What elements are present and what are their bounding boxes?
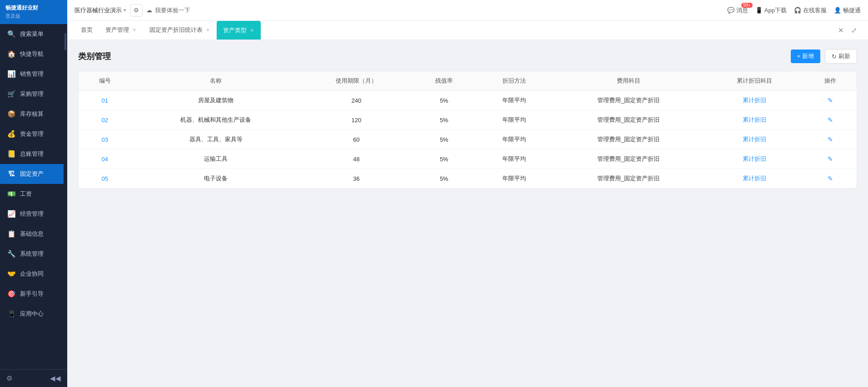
sidebar-icon-0: 🔍 — [7, 30, 15, 38]
customer-service-button[interactable]: 🎧 在线客服 — [794, 6, 827, 15]
th-6: 累计折旧科目 — [705, 71, 804, 91]
table-row: 01房屋及建筑物2405%年限平均管理费用_固定资产折旧累计折旧✎ — [79, 91, 857, 110]
sidebar-label-12: 企业协同 — [20, 270, 44, 278]
sidebar-icon-3: 🛒 — [7, 90, 15, 98]
cell-accumulated-3: 累计折旧 — [705, 149, 804, 169]
table-header-row: 编号名称使用期限（月）残值率折旧方法费用科目累计折旧科目操作 — [79, 71, 857, 91]
refresh-button[interactable]: ↻ 刷新 — [825, 49, 857, 64]
sidebar-item-固定资产[interactable]: 🏗 固定资产 — [0, 164, 64, 184]
sidebar-item-工资[interactable]: 💵 工资 — [0, 184, 64, 204]
experience-label: 我要体验一下 — [155, 6, 190, 15]
new-button[interactable]: + 新增 — [791, 50, 820, 63]
page-header: 类别管理 + 新增 ↻ 刷新 — [78, 49, 857, 64]
th-7: 操作 — [804, 71, 857, 91]
sidebar-item-新手引导[interactable]: 🎯 新手引导 — [0, 284, 64, 304]
sidebar-item-库存核算[interactable]: 📦 库存核算 — [0, 104, 64, 124]
sidebar-label-6: 总账管理 — [20, 150, 44, 158]
tab-0[interactable]: 首页 — [74, 21, 99, 40]
th-4: 折旧方法 — [476, 71, 552, 91]
th-2: 使用期限（月） — [301, 71, 412, 91]
cell-method-4: 年限平均 — [476, 169, 552, 189]
app-download-button[interactable]: 📱 App下载 — [755, 6, 787, 15]
table-row: 02机器、机械和其他生产设备1205%年限平均管理费用_固定资产折旧累计折旧✎ — [79, 110, 857, 130]
sidebar-icon-6: 📒 — [7, 150, 15, 158]
cell-period-0: 240 — [301, 91, 412, 110]
cell-expense-0: 管理费用_固定资产折旧 — [552, 91, 705, 110]
sidebar-item-经营管理[interactable]: 📈 经营管理 — [0, 204, 64, 224]
cell-edit-1[interactable]: ✎ — [804, 110, 857, 130]
cell-code-4: 05 — [79, 169, 131, 189]
user-profile-button[interactable]: 👤 畅捷通 — [834, 6, 861, 15]
tab-close-2[interactable]: × — [205, 26, 210, 34]
cell-period-3: 48 — [301, 149, 412, 169]
cell-accumulated-1: 累计折旧 — [705, 110, 804, 130]
sidebar-icon-14: 📱 — [7, 310, 15, 318]
sidebar-item-基础信息[interactable]: 📋 基础信息 — [0, 224, 64, 244]
tab-3[interactable]: 资产类型× — [217, 21, 261, 40]
topbar-left: 医疗器械行业演示 ▾ ⚙ ☁ 我要体验一下 — [74, 4, 722, 17]
sidebar-icon-12: 🤝 — [7, 270, 15, 278]
messages-badge: 99+ — [741, 3, 753, 8]
cell-code-3: 04 — [79, 149, 131, 169]
cell-name-4: 电子设备 — [131, 169, 301, 189]
sidebar-item-应用中心[interactable]: 📱 应用中心 — [0, 304, 64, 324]
collapse-icon[interactable]: ◀◀ — [50, 374, 61, 382]
tab-close-3[interactable]: × — [249, 27, 254, 34]
content-area: 类别管理 + 新增 ↻ 刷新 编号名称使用期限（月）残值率折旧方法费用科目累计折… — [67, 40, 868, 387]
app-selector-label: 医疗器械行业演示 — [74, 6, 122, 15]
tab-label-1: 资产管理 — [105, 26, 129, 34]
sidebar-icon-8: 💵 — [7, 190, 15, 198]
tab-label-2: 固定资产折旧统计表 — [149, 26, 203, 34]
tabbar: 首页资产管理×固定资产折旧统计表×资产类型× ✕ ⤢ — [67, 21, 868, 40]
download-icon: 📱 — [755, 7, 763, 14]
experience-button[interactable]: ☁ 我要体验一下 — [146, 6, 190, 15]
sidebar-label-5: 资金管理 — [20, 130, 44, 138]
cell-edit-3[interactable]: ✎ — [804, 149, 857, 169]
sidebar: 畅捷通好业财 普及版 🔍 搜索菜单 🏠 快捷导航 📊 销售管理 🛒 采购管理 📦… — [0, 0, 67, 387]
sidebar-label-7: 固定资产 — [20, 170, 44, 178]
app-selector[interactable]: 医疗器械行业演示 ▾ — [74, 6, 126, 15]
cell-edit-2[interactable]: ✎ — [804, 130, 857, 149]
th-1: 名称 — [131, 71, 301, 91]
cell-method-0: 年限平均 — [476, 91, 552, 110]
sidebar-item-销售管理[interactable]: 📊 销售管理 — [0, 64, 64, 84]
cell-period-1: 120 — [301, 110, 412, 130]
messages-button[interactable]: 💬 消息 99+ — [727, 6, 748, 15]
sidebar-item-总账管理[interactable]: 📒 总账管理 — [0, 144, 64, 164]
cell-edit-4[interactable]: ✎ — [804, 169, 857, 189]
cell-method-3: 年限平均 — [476, 149, 552, 169]
sidebar-icon-9: 📈 — [7, 210, 15, 218]
sidebar-label-11: 系统管理 — [20, 250, 44, 258]
sidebar-label-2: 销售管理 — [20, 70, 44, 78]
cell-expense-3: 管理费用_固定资产折旧 — [552, 149, 705, 169]
close-tab-icon[interactable]: ✕ — [836, 25, 846, 36]
cell-name-3: 运输工具 — [131, 149, 301, 169]
cell-expense-2: 管理费用_固定资产折旧 — [552, 130, 705, 149]
sidebar-item-搜索菜单[interactable]: 🔍 搜索菜单 — [0, 24, 64, 44]
th-3: 残值率 — [412, 71, 476, 91]
cell-edit-0[interactable]: ✎ — [804, 91, 857, 110]
cell-period-4: 36 — [301, 169, 412, 189]
gear-icon: ⚙ — [134, 7, 139, 14]
sidebar-item-资金管理[interactable]: 💰 资金管理 — [0, 124, 64, 144]
tabbar-actions: ✕ ⤢ — [836, 21, 861, 40]
cell-accumulated-4: 累计折旧 — [705, 169, 804, 189]
maximize-icon[interactable]: ⤢ — [849, 25, 859, 36]
table-wrap: 编号名称使用期限（月）残值率折旧方法费用科目累计折旧科目操作 01房屋及建筑物2… — [78, 71, 857, 189]
tab-2[interactable]: 固定资产折旧统计表× — [143, 21, 217, 40]
sidebar-item-企业协同[interactable]: 🤝 企业协同 — [0, 264, 64, 284]
settings-icon[interactable]: ⚙ — [6, 374, 12, 382]
sidebar-item-采购管理[interactable]: 🛒 采购管理 — [0, 84, 64, 104]
sidebar-scrollbar — [64, 24, 67, 369]
table-row: 03器具、工具、家具等605%年限平均管理费用_固定资产折旧累计折旧✎ — [79, 130, 857, 149]
sidebar-item-快捷导航[interactable]: 🏠 快捷导航 — [0, 44, 64, 64]
tab-1[interactable]: 资产管理× — [99, 21, 143, 40]
cell-residual-1: 5% — [412, 110, 476, 130]
cell-code-0: 01 — [79, 91, 131, 110]
page-title: 类别管理 — [78, 51, 111, 62]
sidebar-footer: ⚙ ◀◀ — [0, 369, 67, 387]
topbar-settings-button[interactable]: ⚙ — [130, 4, 143, 17]
sidebar-item-系统管理[interactable]: 🔧 系统管理 — [0, 244, 64, 264]
tab-close-1[interactable]: × — [132, 26, 137, 34]
cell-name-1: 机器、机械和其他生产设备 — [131, 110, 301, 130]
